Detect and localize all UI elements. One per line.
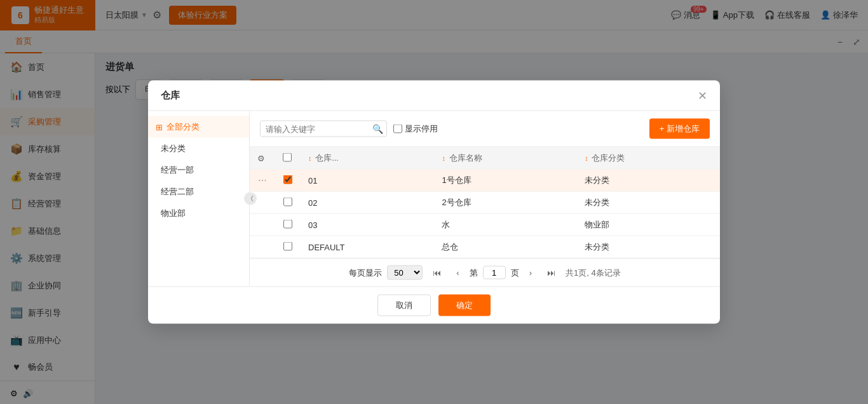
modal-close-icon[interactable]: ✕ [698, 90, 707, 101]
table-row[interactable]: 02 2号仓库 未分类 [250, 191, 720, 213]
page-summary: 共1页, 4条记录 [566, 267, 621, 278]
th-settings: ⚙ [250, 147, 275, 170]
category-label-1: 经营一部 [161, 165, 194, 175]
row-actions-cell [250, 236, 275, 258]
show-disabled-checkbox[interactable] [393, 125, 402, 133]
row-category-cell: 未分类 [577, 191, 720, 213]
row-category-cell: 未分类 [577, 169, 720, 191]
row-code-cell: 03 [301, 213, 434, 236]
search-icon[interactable]: 🔍 [372, 124, 383, 134]
table-row[interactable]: 03 水 物业部 [250, 213, 720, 236]
row-checkbox[interactable] [283, 241, 292, 250]
category-property[interactable]: 物业部 [148, 203, 249, 224]
row-checkbox[interactable] [283, 197, 292, 206]
row-checkbox-cell [275, 191, 301, 213]
row-checkbox-cell [275, 236, 301, 258]
warehouse-modal: 仓库 ✕ ⊞ 全部分类 未分类 经营一部 经营二部 物业部 《 [148, 81, 720, 324]
search-input[interactable] [266, 124, 372, 133]
table-row[interactable]: ··· 01 1号仓库 未分类 [250, 169, 720, 191]
row-checkbox-cell [275, 213, 301, 236]
page-size-select[interactable]: 50 100 200 [387, 266, 423, 280]
cancel-button[interactable]: 取消 [377, 295, 431, 316]
category-label-0: 未分类 [161, 144, 186, 153]
row-actions-cell: ··· [250, 169, 275, 191]
all-category-item[interactable]: ⊞ 全部分类 [148, 116, 249, 138]
prev-page-button[interactable]: ‹ [451, 267, 464, 279]
modal-footer: 取消 确定 [148, 286, 720, 324]
category-label-3: 物业部 [161, 208, 186, 218]
grid-icon: ⊞ [156, 122, 163, 131]
row-name-cell: 水 [434, 213, 577, 236]
page-number-input[interactable] [483, 266, 506, 279]
page-size-label: 每页显示 [349, 267, 382, 278]
th-checkbox [275, 147, 301, 170]
select-all-checkbox[interactable] [283, 152, 292, 161]
warehouse-table: ⚙ ↕ 仓库... ↕ 仓库名称 [250, 147, 720, 259]
modal-right-panel: 🔍 显示停用 + 新增仓库 ⚙ [250, 111, 720, 286]
th-name: ↕ 仓库名称 [434, 147, 577, 170]
category-dept1[interactable]: 经营一部 [148, 159, 249, 181]
table-row[interactable]: DEFAULT 总仓 未分类 [250, 236, 720, 258]
row-name-cell: 总仓 [434, 236, 577, 258]
th-code-label: 仓库... [315, 153, 339, 163]
pagination: 每页显示 50 100 200 ⏮ ‹ 第 页 › ⏭ 共1页, 4条记录 [250, 259, 720, 286]
th-code: ↕ 仓库... [301, 147, 434, 170]
category-dept2[interactable]: 经营二部 [148, 181, 249, 203]
confirm-button[interactable]: 确定 [438, 295, 491, 316]
th-category-label: 仓库分类 [592, 153, 625, 163]
page-unit: 页 [511, 267, 519, 278]
row-code-cell: DEFAULT [301, 236, 434, 258]
row-ellipsis-icon[interactable]: ··· [258, 175, 266, 185]
row-checkbox[interactable] [283, 219, 292, 228]
row-code-cell: 01 [301, 169, 434, 191]
category-panel: ⊞ 全部分类 未分类 经营一部 经营二部 物业部 《 [148, 111, 250, 286]
add-warehouse-button[interactable]: + 新增仓库 [649, 119, 710, 139]
sort-icon-name: ↕ [442, 154, 445, 162]
show-disabled-checkbox-label[interactable]: 显示停用 [393, 123, 438, 135]
show-disabled-label: 显示停用 [405, 123, 438, 135]
row-name-cell: 1号仓库 [434, 169, 577, 191]
row-category-cell: 物业部 [577, 213, 720, 236]
row-checkbox[interactable] [283, 175, 292, 184]
th-category: ↕ 仓库分类 [577, 147, 720, 170]
first-page-button[interactable]: ⏮ [428, 267, 446, 279]
modal-title: 仓库 [161, 90, 180, 102]
row-actions-cell [250, 213, 275, 236]
sort-icon: ↕ [308, 154, 312, 162]
all-category-label: 全部分类 [166, 121, 200, 133]
modal-header: 仓库 ✕ [148, 81, 720, 111]
category-label-2: 经营二部 [161, 187, 194, 196]
collapse-panel-icon[interactable]: 《 [244, 192, 257, 205]
gear-icon: ⚙ [257, 153, 265, 163]
modal-body: ⊞ 全部分类 未分类 经营一部 经营二部 物业部 《 🔍 [148, 111, 720, 286]
row-name-cell: 2号仓库 [434, 191, 577, 213]
row-code-cell: 02 [301, 191, 434, 213]
warehouse-table-wrap: ⚙ ↕ 仓库... ↕ 仓库名称 [250, 147, 720, 259]
category-unclassified[interactable]: 未分类 [148, 138, 249, 159]
last-page-button[interactable]: ⏭ [542, 267, 560, 279]
row-checkbox-cell [275, 169, 301, 191]
search-box: 🔍 [260, 121, 387, 137]
row-category-cell: 未分类 [577, 236, 720, 258]
sort-icon-cat: ↕ [585, 154, 588, 162]
modal-toolbar: 🔍 显示停用 + 新增仓库 [250, 111, 720, 147]
page-label: 第 [470, 267, 478, 278]
next-page-button[interactable]: › [524, 267, 537, 279]
th-name-label: 仓库名称 [449, 153, 482, 163]
